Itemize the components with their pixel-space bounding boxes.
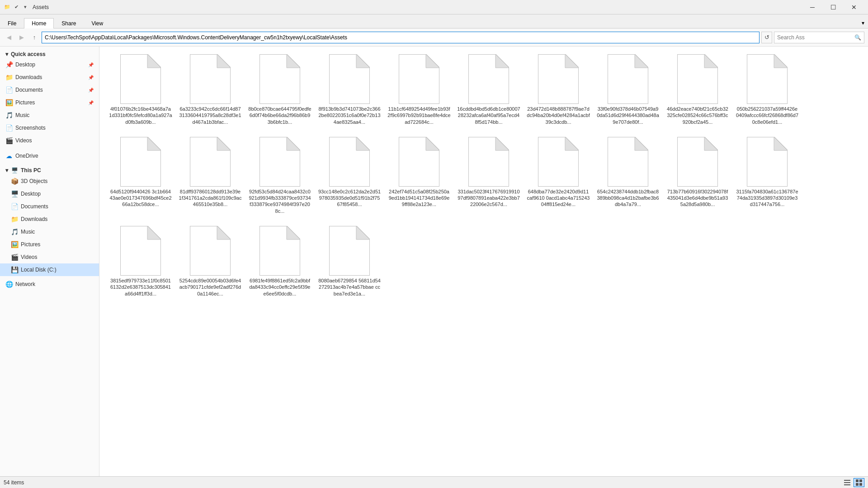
file-item-23[interactable]: 8080aeb6729854 56811d54272913ac4b7e4a57b… <box>316 222 383 301</box>
file-item-22[interactable]: 6981fe49f8861ed5fc2a9bbfda8433c94cc0effc… <box>246 222 314 301</box>
pictures2-icon: 🖼️ <box>11 241 18 248</box>
file-item-20[interactable]: 3815edf979733e11f0c85016132d2e6387513dc3… <box>107 222 175 301</box>
sidebar-item-network[interactable]: 🌐 Network <box>0 278 99 291</box>
sidebar-label-downloads2: Downloads <box>21 216 47 222</box>
sidebar-item-music[interactable]: 🎵 Music <box>0 109 99 122</box>
sidebar-item-desktop2[interactable]: 🖥️ Desktop <box>0 188 99 200</box>
file-item-19[interactable]: 3115fa704830a61c136787e74da31935d3897d30… <box>733 133 801 218</box>
close-button[interactable]: ✕ <box>844 0 864 14</box>
file-name-11: 81dff937860128dd913e39e1f341761a2cda861f… <box>179 188 242 208</box>
svg-rect-52 <box>859 479 862 482</box>
pin-icon-3: 📌 <box>88 88 94 93</box>
documents-icon: 📄 <box>5 86 13 94</box>
search-input[interactable] <box>777 34 853 41</box>
3dobjects-icon: 📦 <box>11 178 18 185</box>
svg-marker-11 <box>495 54 509 68</box>
sidebar-item-localdisk[interactable]: 💾 Local Disk (C:) <box>0 263 99 276</box>
svg-marker-9 <box>426 54 439 68</box>
sidebar-item-desktop[interactable]: 📌 Desktop 📌 <box>0 58 99 71</box>
quick-access-header[interactable]: ▾ Quick access <box>0 48 99 58</box>
sidebar-item-downloads2[interactable]: 📁 Downloads <box>0 213 99 225</box>
file-icon-10 <box>120 137 161 187</box>
sidebar-item-music2[interactable]: 🎵 Music <box>0 225 99 238</box>
file-name-15: 331dac5023f41767691991097df9807891eaba42… <box>457 188 520 208</box>
file-name-20: 3815edf979733e11f0c85016132d2e6387513dc3… <box>109 277 172 297</box>
file-item-6[interactable]: 23d472d148b888787f9ae7ddc94ba20b4d0ef428… <box>524 50 592 129</box>
svg-marker-3 <box>217 54 231 68</box>
tab-share[interactable]: Share <box>54 18 84 28</box>
sidebar-item-documents[interactable]: 📄 Documents 📌 <box>0 84 99 96</box>
file-item-10[interactable]: 64d5120f9440426 3c1b66443ae0e017347696bd… <box>107 133 175 218</box>
svg-marker-1 <box>147 54 161 68</box>
tab-file[interactable]: File <box>0 18 24 28</box>
file-item-15[interactable]: 331dac5023f41767691991097df9807891eaba42… <box>455 133 523 218</box>
tab-home[interactable]: Home <box>24 18 54 28</box>
file-item-12[interactable]: 92fd53c5d84d24caa8432c0921d9934fb333879c… <box>246 133 314 218</box>
sidebar-label-videos2: Videos <box>21 254 37 260</box>
up-button[interactable]: ↑ <box>29 32 40 43</box>
file-icon-20 <box>120 226 161 276</box>
pin-icon-2: 📌 <box>88 75 94 80</box>
file-item-16[interactable]: 648dba77de32e2420d9d11caf9610 0acd1abc4a… <box>524 133 592 218</box>
file-item-1[interactable]: 6a3233c942cc6dc66f14d873133604419795a8c2… <box>176 50 244 129</box>
file-item-2[interactable]: 8b0ce870bcae644795f0edfe6d0f74b6be66da2f… <box>246 50 314 129</box>
svg-marker-45 <box>287 226 300 239</box>
file-item-18[interactable]: 713b77b60916f302294078f435041d3e6d4dbe9b… <box>664 133 731 218</box>
dropdown-icon[interactable]: ▾ <box>22 4 29 11</box>
sidebar-item-videos[interactable]: 🎬 Videos <box>0 134 99 147</box>
file-item-9[interactable]: 050b256221037a59ff4426e0409afccc66fcf268… <box>733 50 801 129</box>
minimize-button[interactable]: ─ <box>802 0 823 14</box>
quick-access-expand-icon: ▾ <box>5 51 8 57</box>
ribbon-more-button[interactable]: ▾ <box>858 18 868 28</box>
back-button[interactable]: ◀ <box>4 32 14 43</box>
file-item-5[interactable]: 16cddbd4bd5d6db1ce8000728232afca6af40af9… <box>455 50 523 129</box>
svg-rect-50 <box>844 484 850 485</box>
file-name-19: 3115fa704830a61c136787e74da31935d3897d30… <box>736 188 799 208</box>
tab-view[interactable]: View <box>84 18 111 28</box>
svg-marker-33 <box>565 137 579 150</box>
sidebar-item-documents2[interactable]: 📄 Documents <box>0 200 99 213</box>
file-item-3[interactable]: 8f913b9b3d741073be2c3662be80220351c6a0f0… <box>316 50 383 129</box>
title-bar: 📁 ✔ ▾ Assets ─ ☐ ✕ <box>0 0 868 14</box>
sidebar-item-videos2[interactable]: 🎬 Videos <box>0 251 99 263</box>
this-pc-header[interactable]: ▾ 🖥️ This PC <box>0 164 99 175</box>
main-area: ▾ Quick access 📌 Desktop 📌 📁 Downloads 📌… <box>0 47 868 476</box>
sidebar-item-onedrive[interactable]: ☁ OneDrive <box>0 150 99 162</box>
address-bar: ◀ ▶ ↑ ↺ 🔍 <box>0 28 868 47</box>
view-list-button[interactable] <box>842 478 853 487</box>
maximize-button[interactable]: ☐ <box>823 0 844 14</box>
sidebar-item-3dobjects[interactable]: 📦 3D Objects <box>0 175 99 188</box>
file-item-4[interactable]: 11b1cf6489254d49fee1b93f2f9c6997b92b91ba… <box>385 50 453 129</box>
sidebar-item-screenshots[interactable]: 📄 Screenshots <box>0 122 99 134</box>
file-item-8[interactable]: 46dd2eace740bf21c65cb32325cfe028524c66c5… <box>664 50 731 129</box>
view-grid-button[interactable] <box>854 478 864 487</box>
sidebar-item-downloads[interactable]: 📁 Downloads 📌 <box>0 71 99 84</box>
file-item-17[interactable]: 654c24238744ddb1b2fbac8389bb098ca4d1b2ba… <box>594 133 662 218</box>
address-input[interactable] <box>42 32 760 43</box>
music-icon: 🎵 <box>5 112 13 119</box>
file-item-21[interactable]: 5254cdc89e00054b03d6fe4acb790171cfde9ef2… <box>176 222 244 301</box>
sidebar-item-pictures[interactable]: 🖼️ Pictures 📌 <box>0 96 99 109</box>
svg-marker-41 <box>147 226 161 239</box>
file-item-11[interactable]: 81dff937860128dd913e39e1f341761a2cda861f… <box>176 133 244 218</box>
view-buttons <box>842 478 864 487</box>
file-item-0[interactable]: 4f01076b2fc16be43468a7a1d331bf0fc5fefcd8… <box>107 50 175 129</box>
svg-marker-37 <box>704 137 718 150</box>
file-item-14[interactable]: 242ef74d51c5a08f25b250a9ed1bb194141734d1… <box>385 133 453 218</box>
sidebar-label-screenshots: Screenshots <box>15 125 46 131</box>
refresh-button[interactable]: ↺ <box>761 32 772 43</box>
videos-icon: 🎬 <box>5 137 13 144</box>
search-icon: 🔍 <box>854 34 861 41</box>
sidebar-label-music: Music <box>15 112 29 118</box>
sidebar: ▾ Quick access 📌 Desktop 📌 📁 Downloads 📌… <box>0 47 99 476</box>
file-name-9: 050b256221037a59ff4426e0409afccc66fcf268… <box>736 106 799 125</box>
svg-rect-53 <box>856 483 859 486</box>
forward-button[interactable]: ▶ <box>16 32 27 43</box>
pin-icon-4: 📌 <box>88 100 94 105</box>
file-icon-6 <box>538 54 579 104</box>
file-item-7[interactable]: 33f0e90fd378d46b07549a90da51d6d29f464438… <box>594 50 662 129</box>
file-item-13[interactable]: 93cc148e0c2c612da2e2d51978035935de0d51f9… <box>316 133 383 218</box>
svg-marker-29 <box>426 137 439 150</box>
file-icon-5 <box>468 54 509 104</box>
sidebar-item-pictures2[interactable]: 🖼️ Pictures <box>0 238 99 251</box>
